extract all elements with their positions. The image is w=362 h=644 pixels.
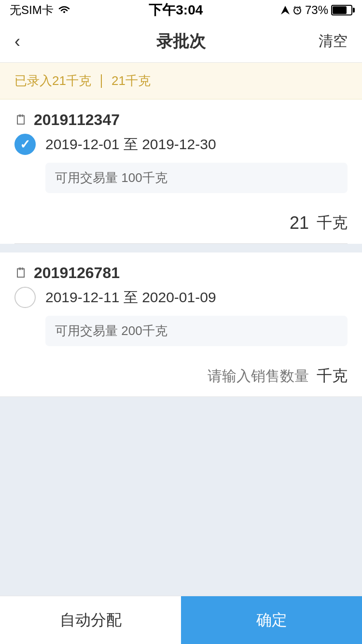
status-time: 下午3:04 [149,1,203,19]
quantity-unit-1: 千克 [317,212,348,234]
quantity-value-1: 21 [290,213,309,233]
status-right: 73% [281,3,352,17]
nav-bar: ‹ 录批次 清空 [0,20,362,63]
battery-icon [331,5,352,15]
alarm-icon [292,5,302,15]
batch-id-1: 2019112347 [34,111,120,129]
document-icon-2: 🗒 [14,265,28,281]
batch-available-2: 可用交易量 200千克 [45,316,348,346]
quantity-unit-2: 千克 [317,365,348,387]
location-icon [281,6,290,14]
radio-button-2[interactable] [14,287,36,308]
carrier-text: 无SIM卡 [10,2,54,18]
bottom-bar: 自动分配 确定 [0,596,362,644]
status-left: 无SIM卡 [10,2,71,18]
back-button[interactable]: ‹ [14,31,43,52]
batch-date-1: 2019-12-01 至 2019-12-30 [45,135,216,154]
empty-area [0,397,362,619]
batch-available-1: 可用交易量 100千克 [45,163,348,193]
batch-date-2: 2019-12-11 至 2020-01-09 [45,288,216,308]
document-icon-1: 🗒 [14,112,28,128]
total-amount: 21千克 [111,72,151,89]
check-icon-1: ✓ [20,137,30,152]
batch-item-1: 🗒 2019112347 ✓ 2019-12-01 至 2019-12-30 可… [0,99,362,244]
quantity-input-row-2: 千克 [0,358,362,397]
batch-item-2: 🗒 2019126781 2019-12-11 至 2020-01-09 可用交… [0,252,362,397]
radio-button-1[interactable]: ✓ [14,134,36,155]
info-banner: 已录入21千克 21千克 [0,63,362,99]
info-divider [101,74,102,88]
battery-percent: 73% [305,3,328,17]
svg-marker-0 [281,6,290,14]
confirm-button[interactable]: 确定 [181,596,362,644]
batch-id-2: 2019126781 [34,264,120,282]
status-bar: 无SIM卡 下午3:04 73% [0,0,362,20]
quantity-row-1: 21 千克 [0,205,362,243]
wifi-icon [57,5,71,15]
recorded-amount: 已录入21千克 [14,72,91,89]
page-title: 录批次 [156,30,206,53]
clear-button[interactable]: 清空 [319,31,348,51]
auto-distribute-button[interactable]: 自动分配 [0,596,181,644]
quantity-input-2[interactable] [125,368,309,384]
section-divider [0,244,362,252]
